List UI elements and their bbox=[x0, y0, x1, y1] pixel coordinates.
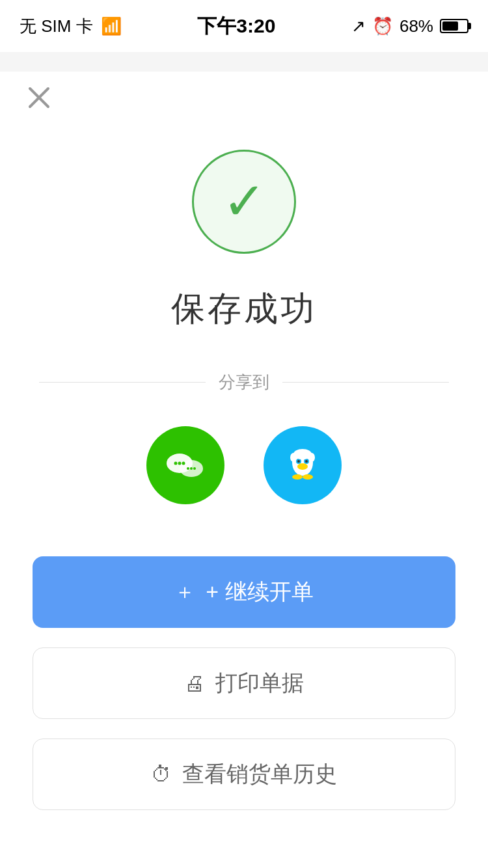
svg-point-4 bbox=[174, 462, 178, 465]
carrier-text: 无 SIM 卡 bbox=[20, 15, 93, 38]
success-title: 保存成功 bbox=[171, 286, 317, 332]
action-buttons: ＋ + 继续开单 🖨 打印单据 ⏱ 查看销货单历史 bbox=[0, 556, 488, 810]
svg-point-5 bbox=[178, 462, 182, 465]
qq-icon bbox=[282, 444, 324, 487]
qq-share-button[interactable] bbox=[264, 426, 342, 504]
divider-right bbox=[282, 382, 449, 383]
svg-point-6 bbox=[182, 462, 185, 465]
checkmark-icon: ✓ bbox=[223, 176, 266, 228]
history-label: 查看销货单历史 bbox=[182, 759, 337, 789]
continue-button[interactable]: ＋ + 继续开单 bbox=[33, 556, 455, 628]
wechat-share-button[interactable] bbox=[146, 426, 224, 504]
status-bar: 无 SIM 卡 📶 下午3:20 ↗ ⏰ 68% bbox=[0, 0, 488, 52]
status-left: 无 SIM 卡 📶 bbox=[20, 15, 122, 38]
svg-point-7 bbox=[187, 467, 189, 470]
clock-icon: ⏱ bbox=[151, 763, 172, 787]
share-section: 分享到 bbox=[0, 371, 488, 504]
printer-icon: 🖨 bbox=[184, 671, 205, 696]
svg-point-19 bbox=[292, 474, 303, 480]
svg-point-9 bbox=[193, 467, 196, 470]
alarm-icon: ⏰ bbox=[372, 16, 393, 36]
share-label: 分享到 bbox=[219, 371, 269, 394]
wechat-icon bbox=[163, 442, 208, 488]
svg-point-13 bbox=[297, 460, 300, 463]
print-button[interactable]: 🖨 打印单据 bbox=[33, 647, 455, 719]
svg-point-18 bbox=[308, 453, 315, 462]
close-button[interactable] bbox=[13, 72, 65, 124]
wifi-icon: 📶 bbox=[101, 16, 122, 36]
share-divider: 分享到 bbox=[0, 371, 488, 394]
svg-point-17 bbox=[290, 453, 297, 462]
plus-icon: ＋ bbox=[174, 578, 195, 606]
svg-point-8 bbox=[190, 467, 193, 470]
battery-percent: 68% bbox=[400, 16, 433, 36]
share-icons bbox=[0, 426, 488, 504]
battery-icon bbox=[440, 19, 468, 33]
close-icon bbox=[26, 85, 52, 111]
history-button[interactable]: ⏱ 查看销货单历史 bbox=[33, 739, 455, 810]
continue-label: + 继续开单 bbox=[206, 577, 313, 607]
divider-left bbox=[39, 382, 206, 383]
success-circle: ✓ bbox=[192, 150, 296, 254]
status-time: 下午3:20 bbox=[197, 13, 275, 40]
status-right: ↗ ⏰ 68% bbox=[351, 16, 468, 36]
print-label: 打印单据 bbox=[215, 668, 304, 698]
location-icon: ↗ bbox=[351, 16, 366, 36]
svg-point-15 bbox=[297, 463, 308, 470]
main-content: ✓ 保存成功 分享到 bbox=[0, 72, 488, 868]
svg-point-20 bbox=[303, 474, 313, 480]
success-section: ✓ 保存成功 bbox=[0, 124, 488, 332]
svg-point-14 bbox=[305, 460, 308, 463]
